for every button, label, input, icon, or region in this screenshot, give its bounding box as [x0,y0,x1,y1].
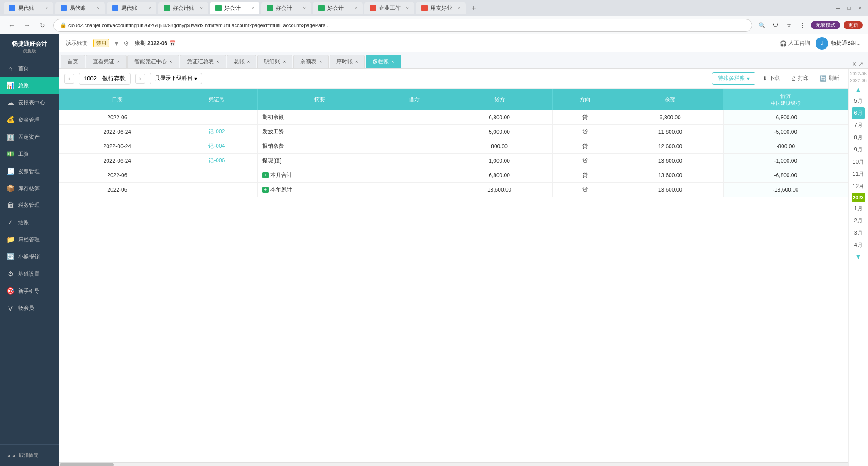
next-account-button[interactable]: › [135,74,145,84]
cell-voucher[interactable]: 记-004 [176,139,257,154]
calendar-month-item[interactable]: 11月 [852,168,865,180]
tab-smart-voucher-close[interactable]: × [170,59,172,64]
maximize-button[interactable]: □ [844,4,854,13]
update-button[interactable]: 更新 [844,21,863,29]
filter-button[interactable]: 只显示下级科目 ▾ [150,73,202,84]
tab-close-4[interactable]: × [200,6,203,11]
reload-button[interactable]: ↻ [36,19,49,32]
sidebar-item-guide[interactable]: 🎯 新手引导 [0,282,59,300]
calendar-month-item[interactable]: 8月 [852,132,865,144]
tab-home[interactable]: 首页 [61,55,85,68]
cell-voucher[interactable]: 记-006 [176,154,257,168]
star-icon[interactable]: ☆ [784,20,794,30]
special-multicolumn-button[interactable]: 特殊多栏账 ▾ [712,72,755,85]
tab-general-ledger-close[interactable]: × [247,59,250,64]
calendar-month-item[interactable]: 12月 [852,180,865,193]
calendar-month-item[interactable]: 4月 [852,239,865,251]
calendar-month-item[interactable]: 5月 [852,95,865,107]
tab-general-ledger[interactable]: 总账 × [227,55,257,68]
sidebar-item-ledger[interactable]: 📊 总账 [0,77,59,94]
sidebar-item-payroll[interactable]: 💵 工资 [0,146,59,163]
cell-voucher[interactable]: 记-002 [176,125,257,139]
sidebar-item-tax[interactable]: 🏛 税务管理 [0,197,59,214]
calendar-scroll-down[interactable]: ▼ [849,251,868,262]
voucher-link[interactable]: 记-006 [208,157,225,164]
tab-balance-close[interactable]: × [319,59,322,64]
browser-tab-4[interactable]: 好会计账 × [158,2,208,14]
tab-close-5[interactable]: × [251,6,254,11]
tab-detail-ledger-close[interactable]: × [283,59,286,64]
gear-icon[interactable]: ⚙ [123,40,129,47]
calendar-month-item[interactable]: 1月 [852,202,865,215]
search-icon[interactable]: 🔍 [757,20,767,30]
download-button[interactable]: ⬇ 下载 [759,73,783,84]
tab-detail-ledger[interactable]: 明细账 × [257,55,292,68]
tab-sequential-close[interactable]: × [355,59,358,64]
browser-tab-6[interactable]: 好会计 × [261,2,311,14]
back-button[interactable]: ← [5,19,18,32]
tab-close-9[interactable]: × [458,6,460,11]
url-bar[interactable]: 🔒 cloud2.chanjet.com/accounting/uh26t264… [53,19,752,32]
sidebar-item-inventory[interactable]: 📦 库存核算 [0,180,59,197]
tab-multi-column-close[interactable]: × [392,59,394,64]
tab-close-8[interactable]: × [406,6,409,11]
tab-close-6[interactable]: × [303,6,306,11]
browser-tab-5[interactable]: 好会计 × [210,2,259,14]
refresh-button[interactable]: 🔄 刷新 [816,73,843,84]
sidebar-item-archive[interactable]: 📁 归档管理 [0,231,59,248]
browser-menu-icon[interactable]: ⋮ [797,20,807,30]
calendar-month-item[interactable]: 10月 [852,156,865,168]
sidebar-item-close[interactable]: ✓ 结账 [0,214,59,231]
browser-tab-9[interactable]: 用友好业 × [416,2,466,14]
voucher-link[interactable]: 记-002 [208,128,225,135]
scrollbar-thumb[interactable] [60,463,114,466]
prev-account-button[interactable]: ‹ [64,74,74,84]
print-button[interactable]: 🖨 打印 [787,73,812,84]
tab-voucher-close[interactable]: × [117,59,120,64]
sidebar-item-assets[interactable]: 🏢 固定资产 [0,128,59,146]
calendar-icon[interactable]: 📅 [169,40,176,47]
calendar-month-item[interactable]: 2023 [852,193,865,202]
sidebar-item-cloud[interactable]: ☁ 云报表中心 [0,94,59,111]
calendar-month-item[interactable]: 2月 [852,215,865,227]
tab-multi-column[interactable]: 多栏账 × [366,55,401,68]
browser-tab-8[interactable]: 企业工作 × [364,2,414,14]
browser-tab-1[interactable]: 易代账 × [4,2,53,14]
close-window-button[interactable]: × [855,4,864,13]
sidebar-item-finance[interactable]: 💰 资金管理 [0,111,59,128]
sidebar-item-home[interactable]: ⌂ 首页 [0,60,59,77]
account-selector[interactable]: 1002 银行存款 [79,73,131,85]
browser-tab-7[interactable]: 好会计 × [313,2,363,14]
tab-smart-voucher[interactable]: 智能凭证中心 × [127,55,179,68]
sidebar-item-invoice[interactable]: 🧾 发票管理 [0,163,59,180]
calendar-month-item[interactable]: 7月 [852,119,865,132]
calendar-scroll-up[interactable]: ▲ [849,84,868,95]
calendar-month-item[interactable]: 6月 [852,107,865,119]
voucher-link[interactable]: 记-004 [208,143,225,149]
new-tab-button[interactable]: + [467,2,480,14]
unpin-button[interactable]: ◄◄ 取消固定 [5,449,54,461]
tab-close-3[interactable]: × [148,6,151,11]
browser-tab-2[interactable]: 易代账 × [55,2,105,14]
browser-tab-3[interactable]: 易代账 × [107,2,156,14]
calendar-month-item[interactable]: 3月 [852,227,865,239]
tab-voucher[interactable]: 查看凭证 × [86,55,127,68]
sidebar-item-member[interactable]: V 畅会员 [0,300,59,316]
sidebar-item-expense[interactable]: 🔄 小畅报销 [0,248,59,265]
calendar-month-item[interactable]: 9月 [852,144,865,156]
dropdown-icon[interactable]: ▾ [115,40,118,47]
no-trace-button[interactable]: 无痕模式 [811,21,840,29]
tab-voucher-summary-close[interactable]: × [217,59,219,64]
tab-sequential[interactable]: 序时账 × [330,55,365,68]
close-panel-icon[interactable]: × [852,60,856,68]
sidebar-item-settings[interactable]: ⚙ 基础设置 [0,265,59,282]
forward-button[interactable]: → [21,19,33,32]
tab-close-7[interactable]: × [354,6,357,11]
tab-balance[interactable]: 余额表 × [293,55,329,68]
expand-panel-icon[interactable]: ⤢ [858,61,863,68]
shield-icon[interactable]: 🛡 [770,20,780,30]
minimize-button[interactable]: ─ [834,4,843,13]
tab-voucher-summary[interactable]: 凭证汇总表 × [180,55,226,68]
tab-close-1[interactable]: × [45,6,48,11]
horizontal-scrollbar[interactable] [59,462,848,466]
